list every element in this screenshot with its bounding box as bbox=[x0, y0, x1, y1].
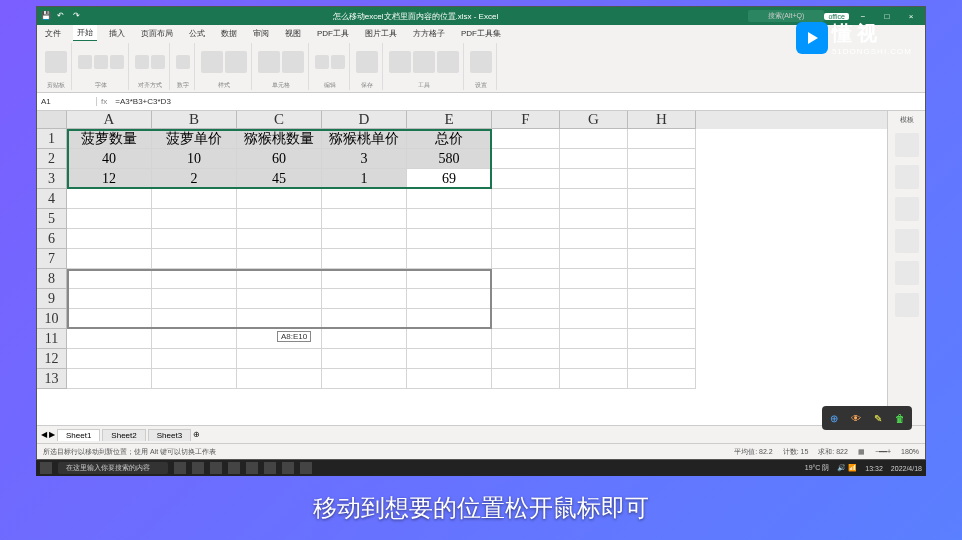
cell-B7[interactable] bbox=[152, 249, 237, 269]
row-header-13[interactable]: 13 bbox=[37, 369, 67, 389]
cell-B12[interactable] bbox=[152, 349, 237, 369]
cell-D13[interactable] bbox=[322, 369, 407, 389]
cell-B8[interactable] bbox=[152, 269, 237, 289]
cell-C2[interactable]: 60 bbox=[237, 149, 322, 169]
cell-G1[interactable] bbox=[560, 129, 628, 149]
cell-F1[interactable] bbox=[492, 129, 560, 149]
row-header-4[interactable]: 4 bbox=[37, 189, 67, 209]
tab-pdf[interactable]: PDF工具 bbox=[313, 26, 353, 41]
col-F[interactable]: F bbox=[492, 111, 560, 129]
cell-E4[interactable] bbox=[407, 189, 492, 209]
cell-B9[interactable] bbox=[152, 289, 237, 309]
gear-icon[interactable] bbox=[470, 51, 492, 73]
cell-G6[interactable] bbox=[560, 229, 628, 249]
undo-icon[interactable]: ↶ bbox=[57, 11, 67, 21]
cell-G9[interactable] bbox=[560, 289, 628, 309]
save-icon[interactable]: 💾 bbox=[41, 11, 51, 21]
cell-B1[interactable]: 菠萝单价 bbox=[152, 129, 237, 149]
cell-A6[interactable] bbox=[67, 229, 152, 249]
cell-C3[interactable]: 45 bbox=[237, 169, 322, 189]
tb-app-5[interactable] bbox=[246, 462, 258, 474]
cell-H6[interactable] bbox=[628, 229, 696, 249]
cond-format-icon[interactable] bbox=[201, 51, 223, 73]
cell-F11[interactable] bbox=[492, 329, 560, 349]
cell-A8[interactable] bbox=[67, 269, 152, 289]
cell-H12[interactable] bbox=[628, 349, 696, 369]
sheet-tab-2[interactable]: Sheet2 bbox=[102, 429, 145, 441]
sheet-add[interactable]: ⊕ bbox=[193, 430, 200, 439]
cell-B13[interactable] bbox=[152, 369, 237, 389]
cell-F13[interactable] bbox=[492, 369, 560, 389]
clock-time[interactable]: 13:32 bbox=[865, 465, 883, 472]
cell-E13[interactable] bbox=[407, 369, 492, 389]
cell-H13[interactable] bbox=[628, 369, 696, 389]
cell-F8[interactable] bbox=[492, 269, 560, 289]
cell-F4[interactable] bbox=[492, 189, 560, 209]
view-normal-icon[interactable]: ▦ bbox=[858, 448, 865, 456]
cell-D7[interactable] bbox=[322, 249, 407, 269]
select-all-corner[interactable] bbox=[37, 111, 67, 129]
tool2-icon[interactable] bbox=[413, 51, 435, 73]
start-icon[interactable] bbox=[40, 462, 52, 474]
cell-C7[interactable] bbox=[237, 249, 322, 269]
cell-H8[interactable] bbox=[628, 269, 696, 289]
cell-G13[interactable] bbox=[560, 369, 628, 389]
insert-cell-icon[interactable] bbox=[258, 51, 280, 73]
zoom-slider[interactable]: −━━+ bbox=[875, 448, 891, 456]
cell-H5[interactable] bbox=[628, 209, 696, 229]
tb-app-7[interactable] bbox=[282, 462, 294, 474]
sheet-nav-next[interactable]: ▶ bbox=[49, 430, 55, 439]
row-header-6[interactable]: 6 bbox=[37, 229, 67, 249]
zoom-level[interactable]: 180% bbox=[901, 448, 919, 455]
cell-E3[interactable]: 69 bbox=[407, 169, 492, 189]
cell-G10[interactable] bbox=[560, 309, 628, 329]
tray-icons[interactable]: 🔊 📶 bbox=[837, 464, 857, 472]
cell-F2[interactable] bbox=[492, 149, 560, 169]
cell-B3[interactable]: 2 bbox=[152, 169, 237, 189]
tb-app-6[interactable] bbox=[264, 462, 276, 474]
tab-home[interactable]: 开始 bbox=[73, 25, 97, 42]
cell-E7[interactable] bbox=[407, 249, 492, 269]
weather[interactable]: 19°C 阴 bbox=[805, 463, 830, 473]
grid[interactable]: A B C D E F G H 1菠萝数量菠萝单价猕猴桃数量猕猴桃单价总价240… bbox=[37, 111, 887, 425]
cell-G7[interactable] bbox=[560, 249, 628, 269]
ft-eye-icon[interactable]: 👁 bbox=[847, 409, 865, 427]
row-header-10[interactable]: 10 bbox=[37, 309, 67, 329]
cell-H10[interactable] bbox=[628, 309, 696, 329]
cell-G4[interactable] bbox=[560, 189, 628, 209]
clock-date[interactable]: 2022/4/18 bbox=[891, 465, 922, 472]
cell-D2[interactable]: 3 bbox=[322, 149, 407, 169]
underline-icon[interactable] bbox=[110, 55, 124, 69]
cell-E2[interactable]: 580 bbox=[407, 149, 492, 169]
cell-A9[interactable] bbox=[67, 289, 152, 309]
taskbar-search[interactable]: 在这里输入你要搜索的内容 bbox=[58, 462, 168, 474]
sheet-tab-3[interactable]: Sheet3 bbox=[148, 429, 191, 441]
cell-G11[interactable] bbox=[560, 329, 628, 349]
cell-B2[interactable]: 10 bbox=[152, 149, 237, 169]
cell-E12[interactable] bbox=[407, 349, 492, 369]
ft-edit-icon[interactable]: ✎ bbox=[869, 409, 887, 427]
cell-D12[interactable] bbox=[322, 349, 407, 369]
tb-app-1[interactable] bbox=[174, 462, 186, 474]
col-G[interactable]: G bbox=[560, 111, 628, 129]
cell-F5[interactable] bbox=[492, 209, 560, 229]
cell-E1[interactable]: 总价 bbox=[407, 129, 492, 149]
sp-item-1[interactable] bbox=[895, 165, 919, 189]
table-format-icon[interactable] bbox=[225, 51, 247, 73]
cell-D4[interactable] bbox=[322, 189, 407, 209]
cell-F12[interactable] bbox=[492, 349, 560, 369]
cell-E10[interactable] bbox=[407, 309, 492, 329]
cell-E8[interactable] bbox=[407, 269, 492, 289]
tab-ffgz[interactable]: 方方格子 bbox=[409, 26, 449, 41]
ft-delete-icon[interactable]: 🗑 bbox=[891, 409, 909, 427]
cell-C8[interactable] bbox=[237, 269, 322, 289]
cell-C9[interactable] bbox=[237, 289, 322, 309]
sort-icon[interactable] bbox=[331, 55, 345, 69]
cell-B11[interactable] bbox=[152, 329, 237, 349]
tab-pdf2[interactable]: PDF工具集 bbox=[457, 26, 505, 41]
cell-E9[interactable] bbox=[407, 289, 492, 309]
cell-D10[interactable] bbox=[322, 309, 407, 329]
cell-H4[interactable] bbox=[628, 189, 696, 209]
cell-D11[interactable] bbox=[322, 329, 407, 349]
cell-C6[interactable] bbox=[237, 229, 322, 249]
